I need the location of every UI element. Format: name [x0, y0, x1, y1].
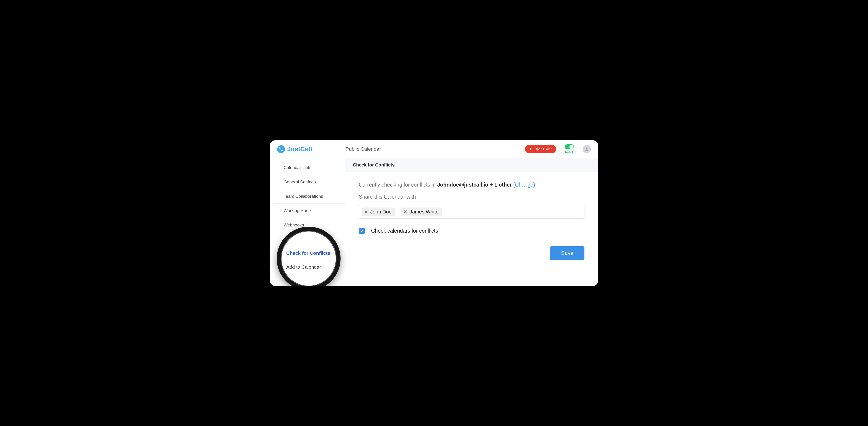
availability: Available — [563, 144, 576, 154]
sidebar-item-general-settings[interactable]: General Settings — [274, 175, 345, 189]
user-avatar[interactable] — [583, 145, 591, 153]
share-label: Share this Calendar with : — [359, 194, 584, 200]
availability-toggle[interactable] — [565, 144, 574, 149]
share-input[interactable]: ✕ John Doe ✕ James White — [359, 205, 584, 219]
page-title: Public Calendar — [346, 146, 381, 152]
remove-chip-icon[interactable]: ✕ — [403, 210, 407, 214]
sidebar-item-calendar-link[interactable]: Calendar Link — [274, 160, 345, 175]
availability-badge: Available — [563, 150, 576, 154]
conflict-target: Johndoe@justcall.io + 1 other — [437, 182, 512, 188]
header-right: Open Dialer Available — [525, 144, 591, 154]
chip-label: John Doe — [370, 209, 392, 215]
sidebar-item-webhooks[interactable]: Webhooks — [274, 218, 345, 233]
sidebar-item-working-hours[interactable]: Working Hours — [274, 204, 345, 218]
app-window: JustCall Public Calendar Open Dialer Ava… — [270, 140, 598, 286]
chip-john-doe: ✕ John Doe — [362, 208, 395, 216]
open-dialer-button[interactable]: Open Dialer — [525, 145, 556, 153]
app-header: JustCall Public Calendar Open Dialer Ava… — [270, 140, 598, 158]
conflict-status: Currently checking for conflicts in John… — [359, 182, 584, 188]
save-button[interactable]: Save — [550, 246, 584, 260]
panel: Currently checking for conflicts in John… — [345, 172, 598, 286]
brand: JustCall — [277, 145, 346, 153]
sidebar-item-spacer2 — [274, 247, 345, 256]
brand-phone-icon — [277, 145, 285, 153]
sidebar-item-spacer — [274, 233, 345, 247]
open-dialer-label: Open Dialer — [534, 147, 552, 151]
check-icon — [360, 229, 364, 233]
section-title: Check for Conflicts — [345, 158, 598, 172]
check-conflicts-label: Check calendars for conflicts — [371, 228, 438, 234]
user-icon — [584, 147, 589, 152]
change-link[interactable]: (Change) — [513, 182, 535, 188]
chip-james-white: ✕ James White — [401, 208, 442, 216]
brand-name: JustCall — [287, 146, 312, 153]
chip-label: James White — [410, 209, 439, 215]
check-conflicts-row: Check calendars for conflicts — [359, 228, 584, 234]
save-row: Save — [359, 246, 584, 260]
app-body: Calendar Link General Settings Team Coll… — [270, 158, 598, 286]
sidebar: Calendar Link General Settings Team Coll… — [270, 158, 345, 286]
main: Check for Conflicts Currently checking f… — [345, 158, 598, 286]
sidebar-item-team-collaborations[interactable]: Team Collaborations — [274, 189, 345, 204]
check-conflicts-checkbox[interactable] — [359, 228, 365, 234]
conflict-prefix: Currently checking for conflicts in — [359, 182, 437, 188]
phone-icon — [529, 148, 533, 151]
remove-chip-icon[interactable]: ✕ — [364, 210, 368, 214]
